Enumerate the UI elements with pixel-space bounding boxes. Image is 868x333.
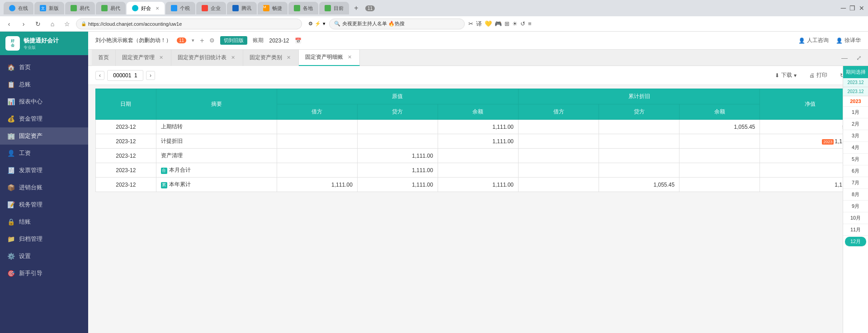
browser-tab-7[interactable]: 企业 — [196, 2, 226, 14]
sidebar-item-guide[interactable]: 🎯 新手引导 — [0, 265, 88, 282]
address-bar[interactable]: 🔒 https://cloud.chanjet.com/accounting/u… — [76, 19, 302, 29]
period-month-4[interactable]: 4月 — [843, 142, 868, 154]
page-tab-asset-detail[interactable]: 固定资产明细账 ✕ — [299, 50, 360, 66]
address-dropdown[interactable]: ▾ — [323, 21, 326, 27]
window-minimize[interactable]: ─ — [841, 4, 846, 12]
dropdown-arrow[interactable]: ▾ — [192, 38, 194, 43]
sidebar-item-archive[interactable]: 📁 归档管理 — [0, 230, 88, 248]
bookmark-button[interactable]: ☆ — [61, 19, 72, 29]
browser-tab-4[interactable]: 易代 — [96, 2, 126, 14]
period-month-9[interactable]: 9月 — [843, 201, 868, 212]
period-year-2023[interactable]: 2023 — [843, 96, 868, 107]
period-month-6[interactable]: 6月 — [843, 165, 868, 177]
sidebar-item-reports[interactable]: 📊 报表中心 — [0, 93, 88, 110]
calendar-icon[interactable]: 📅 — [295, 38, 302, 44]
user-btn[interactable]: 👤 徐译华 — [836, 37, 861, 44]
sidebar-item-closing[interactable]: 🔒 结账 — [0, 213, 88, 230]
content-area: ‹ › ⬇ 下载 ▾ 🖨 打印 ↻ 刷新 — [88, 66, 868, 333]
browser-tab-9[interactable]: M 畅捷 — [258, 2, 288, 14]
sidebar-item-ledger[interactable]: 📋 总账 — [0, 76, 88, 93]
period-month-2[interactable]: 2月 — [843, 118, 868, 130]
sidebar-title-group: 畅捷通好会计 专业版 — [24, 37, 59, 51]
period-month-10[interactable]: 10月 — [843, 212, 868, 224]
header-summary: 摘要 — [156, 89, 277, 120]
sidebar-item-settings[interactable]: ⚙️ 设置 — [0, 248, 88, 265]
browser-tab-3[interactable]: 易代 — [65, 2, 95, 14]
sidebar-item-payroll[interactable]: 👤 工资 — [0, 145, 88, 162]
add-account-btn[interactable]: + — [200, 37, 204, 45]
page-tab-fixed-mgmt-close[interactable]: ✕ — [157, 54, 165, 61]
extension-1[interactable]: ⚙ — [308, 21, 313, 27]
header-accum-balance: 余额 — [679, 104, 760, 120]
sidebar-item-funds[interactable]: 💰 资金管理 — [0, 110, 88, 127]
service-label: 人工咨询 — [807, 37, 829, 44]
back-button[interactable]: ‹ — [4, 19, 14, 29]
scissors-icon[interactable]: ✂ — [468, 20, 473, 27]
page-tab-asset-category-close[interactable]: ✕ — [285, 54, 292, 61]
browser-tab-8[interactable]: 腾讯 — [227, 2, 257, 14]
sidebar-item-home[interactable]: 🏠 首页 — [0, 59, 88, 76]
sidebar-edition: 专业版 — [24, 45, 59, 51]
row-1-date: 2023-12 — [96, 134, 156, 149]
extension-2[interactable]: ⚡ — [315, 21, 321, 27]
period-month-12[interactable]: 12月 — [845, 237, 866, 247]
ledger-icon: 📋 — [7, 81, 14, 88]
wallet-icon[interactable]: 💛 — [485, 20, 492, 27]
user-name: 徐译华 — [844, 37, 861, 44]
service-icon: 👤 — [798, 38, 805, 44]
search-bar[interactable]: 🔍 央视更新主持人名单 🔥热搜 — [329, 19, 465, 29]
browser-tab-5[interactable]: 好会 ✕ — [127, 2, 165, 14]
sidebar-item-home-label: 首页 — [19, 63, 31, 71]
page-tab-depreciation-stats-close[interactable]: ✕ — [229, 54, 236, 61]
browser-tab-2[interactable]: 文 新版 — [34, 2, 64, 14]
browser-tab-11[interactable]: 目前 — [319, 2, 349, 14]
history-icon[interactable]: ↺ — [520, 20, 525, 27]
row-2-orig-debit — [277, 149, 357, 163]
new-tab-button[interactable]: + — [350, 2, 363, 14]
browser-tab-1[interactable]: 在线 — [4, 2, 33, 14]
settings-account-btn[interactable]: ⚙ — [209, 37, 215, 44]
window-close[interactable]: ✕ — [859, 5, 864, 12]
sidebar-item-invoices[interactable]: 🧾 发票管理 — [0, 162, 88, 179]
grid-icon[interactable]: ⊞ — [505, 20, 509, 27]
panel-maximize-btn[interactable]: ⤢ — [854, 52, 864, 63]
sidebar-item-inventory[interactable]: 📦 进销台账 — [0, 179, 88, 196]
panel-minimize-btn[interactable]: — — [839, 52, 850, 63]
switch-version-btn[interactable]: 切到旧版 — [220, 36, 247, 45]
browser-tab-2-label: 新版 — [49, 5, 59, 12]
period-month-11[interactable]: 11月 — [843, 224, 868, 236]
page-input[interactable] — [107, 70, 143, 81]
download-btn[interactable]: ⬇ 下载 ▾ — [771, 70, 800, 81]
sidebar-item-tax[interactable]: 📝 税务管理 — [0, 196, 88, 213]
page-tab-depreciation-stats[interactable]: 固定资产折旧统计表 ✕ — [171, 50, 243, 66]
period-month-7[interactable]: 7月 — [843, 177, 868, 189]
period-month-8[interactable]: 8月 — [843, 189, 868, 201]
game-icon[interactable]: 🎮 — [495, 20, 502, 27]
period-month-3[interactable]: 3月 — [843, 130, 868, 142]
header-accumulated-depreciation: 累计折旧 — [519, 89, 760, 104]
sidebar-item-tax-label: 税务管理 — [19, 201, 42, 209]
prev-page-btn[interactable]: ‹ — [95, 71, 104, 80]
page-tab-asset-detail-close[interactable]: ✕ — [346, 54, 353, 61]
browser-tab-6[interactable]: 个税 — [165, 2, 195, 14]
brightness-icon[interactable]: ☀ — [512, 20, 518, 27]
home-button[interactable]: ⌂ — [47, 19, 58, 29]
forward-button[interactable]: › — [18, 19, 29, 29]
reload-button[interactable]: ↻ — [33, 19, 43, 29]
menu-icon[interactable]: ≡ — [528, 20, 532, 27]
browser-tab-5-close[interactable]: ✕ — [156, 6, 159, 11]
print-btn[interactable]: 🖨 打印 — [806, 70, 831, 81]
top-bar-right: 👤 人工咨询 👤 徐译华 — [798, 37, 861, 44]
page-tab-asset-category[interactable]: 固定资产类别 ✕ — [243, 50, 299, 66]
sidebar-item-fixed-assets[interactable]: 🏢 固定资产 — [0, 127, 88, 145]
period-month-5[interactable]: 5月 — [843, 154, 868, 165]
next-page-btn[interactable]: › — [146, 71, 155, 80]
translate-icon[interactable]: 译 — [476, 20, 482, 28]
browser-tab-10[interactable]: 各地 — [288, 2, 318, 14]
page-tab-home[interactable]: 首页 — [92, 50, 116, 66]
service-btn[interactable]: 👤 人工咨询 — [798, 37, 829, 44]
window-restore[interactable]: ❒ — [849, 5, 855, 12]
period-month-1[interactable]: 1月 — [843, 107, 868, 118]
page-tab-fixed-mgmt[interactable]: 固定资产管理 ✕ — [116, 50, 171, 66]
sidebar-app-name: 畅捷通好会计 — [24, 37, 59, 45]
